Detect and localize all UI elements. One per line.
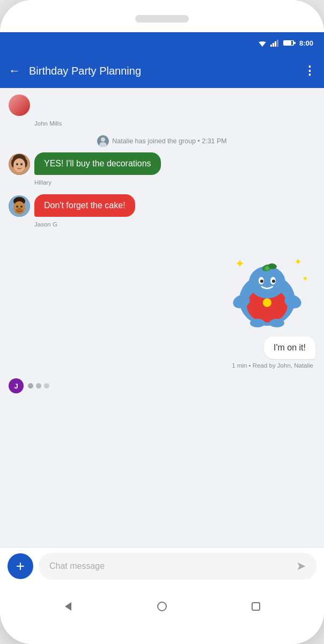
phone-top-bezel	[0, 0, 324, 32]
typing-dots	[28, 383, 49, 389]
svg-point-11	[101, 137, 105, 142]
svg-rect-47	[252, 603, 260, 610]
phone-frame: 8:00 ← Birthday Party Planning ⋮ John Mi…	[0, 0, 324, 644]
typing-dot-3	[44, 383, 49, 389]
svg-text:✦: ✦	[302, 274, 308, 283]
list-item	[9, 94, 315, 116]
input-area: + Chat message ➤	[0, 547, 324, 585]
avatar: J	[9, 378, 24, 393]
avatar	[9, 153, 30, 175]
svg-point-38	[272, 280, 275, 283]
svg-point-17	[13, 158, 25, 172]
sender-name: Jason G	[34, 221, 315, 228]
sender-name: Hillary	[34, 179, 315, 186]
svg-point-25	[20, 206, 23, 208]
list-item: YES! I'll buy the decorations	[9, 152, 315, 175]
status-bar: 8:00	[0, 32, 324, 54]
read-receipt: 1 min • Read by John, Natalie	[9, 362, 315, 369]
svg-point-44	[269, 319, 284, 327]
svg-point-18	[16, 163, 18, 165]
avatar	[97, 135, 109, 147]
typing-dot-2	[36, 383, 41, 389]
battery-icon	[283, 39, 296, 47]
message-bubble: I'm on it!	[264, 336, 315, 359]
avatar	[9, 94, 30, 116]
wifi-icon	[257, 39, 267, 47]
svg-rect-2	[270, 45, 272, 47]
phone-bottom-bezel	[0, 628, 324, 644]
chat-area: John Mills Natalie has joined the group …	[0, 88, 324, 547]
svg-rect-9	[284, 41, 291, 45]
phone-speaker	[135, 15, 189, 23]
svg-rect-3	[273, 43, 274, 47]
menu-button[interactable]: ⋮	[304, 64, 315, 78]
svg-text:✦: ✦	[235, 257, 245, 270]
svg-rect-5	[277, 40, 278, 47]
home-nav-button[interactable]	[154, 598, 170, 614]
add-button[interactable]: +	[8, 553, 33, 579]
svg-point-26	[18, 208, 20, 210]
svg-text:✦: ✦	[294, 257, 302, 267]
svg-marker-45	[65, 602, 71, 611]
svg-point-46	[158, 602, 166, 611]
chat-input-container[interactable]: Chat message ➤	[39, 553, 316, 580]
svg-rect-4	[275, 41, 276, 47]
app-bar-title: Birthday Party Planning	[29, 65, 295, 77]
list-item: I'm on it!	[9, 336, 315, 359]
svg-point-42	[263, 298, 271, 307]
svg-point-41	[265, 266, 269, 270]
svg-point-19	[20, 163, 23, 165]
avatar	[9, 195, 30, 217]
svg-point-24	[16, 206, 18, 208]
app-bar: ← Birthday Party Planning ⋮	[0, 54, 324, 88]
typing-indicator: J	[9, 378, 315, 393]
status-icons: 8:00	[257, 39, 313, 47]
time-display: 8:00	[299, 39, 313, 47]
bottom-nav	[0, 585, 324, 628]
system-text: Natalie has joined the group • 2:31 PM	[112, 137, 227, 145]
svg-point-37	[260, 280, 263, 283]
message-bubble: YES! I'll buy the decorations	[34, 152, 161, 175]
svg-point-43	[250, 319, 265, 327]
list-item: Don't forget the cake!	[9, 194, 315, 217]
signal-icon	[270, 39, 280, 47]
chat-input[interactable]: Chat message	[49, 561, 105, 571]
svg-rect-7	[294, 42, 296, 44]
back-nav-button[interactable]	[60, 598, 76, 614]
sender-name: John Mills	[34, 120, 315, 127]
sticker: ✦ ✦ ✦	[219, 238, 315, 332]
typing-dot-1	[28, 383, 33, 389]
back-button[interactable]: ←	[9, 64, 20, 78]
message-bubble: Don't forget the cake!	[34, 194, 135, 217]
send-button[interactable]: ➤	[296, 559, 306, 573]
system-message: Natalie has joined the group • 2:31 PM	[9, 135, 315, 147]
recent-nav-button[interactable]	[248, 598, 264, 614]
sticker-message: ✦ ✦ ✦	[9, 238, 315, 332]
